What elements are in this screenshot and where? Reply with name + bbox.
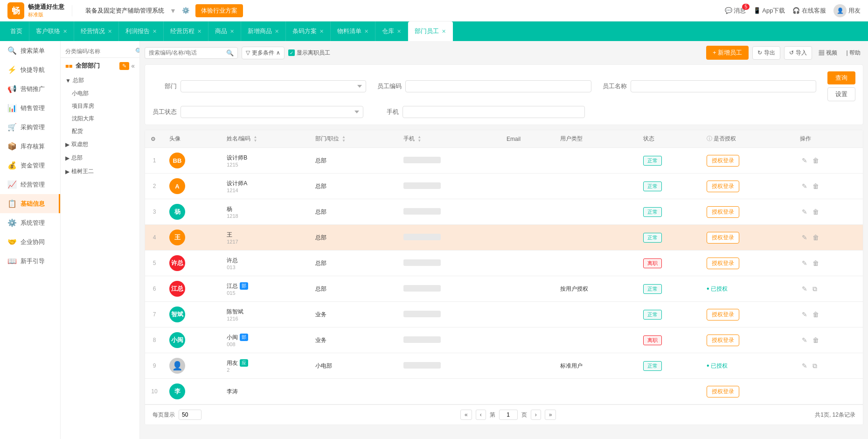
prev-page-btn[interactable]: ‹ <box>476 410 486 420</box>
delete-btn[interactable]: 🗑 <box>811 233 821 242</box>
user-avatar[interactable]: 👤 用友 <box>833 4 861 17</box>
tab-operation[interactable]: 经营情况 ✕ <box>74 21 119 41</box>
filter-empcode-input[interactable] <box>405 80 591 92</box>
dept-child-xiaodianbу[interactable]: 小电部 <box>61 87 139 100</box>
edit-btn[interactable]: ✎ <box>800 258 809 268</box>
edit-btn[interactable]: ✎ <box>800 156 809 165</box>
auth-btn[interactable]: 授权登录 <box>707 206 739 218</box>
edit-btn[interactable]: ✎ <box>800 207 809 216</box>
tab-goods[interactable]: 商品 ✕ <box>208 21 241 41</box>
sidebar-item-basics[interactable]: 📋 基础信息 <box>0 194 60 213</box>
dept-child-xiangmu[interactable]: 项目库房 <box>61 100 139 112</box>
edit-btn[interactable]: ✎ <box>800 310 809 319</box>
search-icon[interactable]: 🔍 <box>226 49 234 56</box>
next-page-btn[interactable]: › <box>531 410 541 420</box>
close-icon[interactable]: ✕ <box>230 28 234 35</box>
tab-profit[interactable]: 利润报告 ✕ <box>119 21 164 41</box>
dept-search-input[interactable] <box>65 48 135 55</box>
close-icon[interactable]: ✕ <box>364 28 368 35</box>
close-icon[interactable]: ✕ <box>319 28 324 35</box>
first-page-btn[interactable]: « <box>460 410 472 420</box>
sidebar-item-nav[interactable]: ⚡ 快捷导航 <box>0 60 60 79</box>
search-input[interactable] <box>149 49 223 56</box>
settings-icon[interactable]: ⚙️ <box>180 5 192 16</box>
last-page-btn[interactable]: » <box>545 410 556 420</box>
sidebar-item-operation[interactable]: 📈 经营管理 <box>0 175 60 194</box>
sidebar-item-search[interactable]: 🔍 搜索菜单 <box>0 41 60 60</box>
more-filter-btn[interactable]: ▽ 更多条件 ∧ <box>242 47 285 59</box>
message-btn[interactable]: 💬 消息 5 <box>725 7 746 15</box>
sidebar-item-inventory[interactable]: 📦 库存核算 <box>0 137 60 156</box>
edit-btn[interactable]: ✎ <box>800 361 809 370</box>
tab-customer[interactable]: 客户联络 ✕ <box>29 21 74 41</box>
import-btn[interactable]: ↺ 导入 <box>784 46 812 60</box>
sidebar-item-collab[interactable]: 🤝 企业协同 <box>0 232 60 251</box>
sort-name-icon[interactable]: ▲▼ <box>254 135 257 143</box>
edit-btn[interactable]: ✎ <box>800 233 809 242</box>
app-download-btn[interactable]: 📱 App下载 <box>753 7 785 15</box>
sort-dept-icon[interactable]: ▲▼ <box>342 135 346 143</box>
dept-all-header[interactable]: ■■ 全部部门 ✎ « <box>61 58 139 74</box>
close-icon[interactable]: ✕ <box>197 28 201 35</box>
delete-btn[interactable]: 🗑 <box>811 181 821 191</box>
sidebar-item-marketing[interactable]: 📢 营销推广 <box>0 79 60 98</box>
dept-child-peihuo[interactable]: 配货 <box>61 125 139 138</box>
copy-btn[interactable]: ⧉ <box>811 284 819 294</box>
delete-btn[interactable]: 🗑 <box>811 156 821 165</box>
query-btn[interactable]: 查询 <box>827 71 855 84</box>
tab-add-goods[interactable]: 新增商品 ✕ <box>241 21 286 41</box>
reset-btn[interactable]: 设置 <box>827 87 855 101</box>
close-icon[interactable]: ✕ <box>153 28 157 35</box>
per-page-select[interactable]: 50 100 <box>179 410 201 420</box>
dept-child-shenyang[interactable]: 沈阳大库 <box>61 112 139 125</box>
delete-btn[interactable]: 🗑 <box>811 207 821 216</box>
delete-btn[interactable]: 🗑 <box>811 310 821 319</box>
tab-dept-staff[interactable]: 部门员工 ✕ <box>408 21 453 41</box>
sidebar-item-guide[interactable]: 📖 新手引导 <box>0 251 60 271</box>
view-btn[interactable]: ▦ 视频 <box>816 47 840 59</box>
dept-group-toggle-zhishu[interactable]: ▶ 植树王二 <box>61 165 139 178</box>
page-input[interactable] <box>499 410 518 420</box>
auth-btn[interactable]: 授权登录 <box>707 155 739 167</box>
auth-btn[interactable]: 授权登录 <box>707 386 739 397</box>
show-resigned-toggle[interactable]: ✓ 显示离职员工 <box>288 49 330 57</box>
filter-status-select[interactable] <box>181 106 363 118</box>
close-icon[interactable]: ✕ <box>275 28 279 35</box>
sidebar-item-finance[interactable]: 💰 资金管理 <box>0 156 60 175</box>
copy-btn[interactable]: ⧉ <box>811 361 819 371</box>
dept-group-toggle-zongbu[interactable]: ▼ 总部 <box>61 74 139 87</box>
delete-btn[interactable]: 🗑 <box>811 335 821 345</box>
online-service-btn[interactable]: 🎧 在线客服 <box>792 7 826 15</box>
edit-btn[interactable]: ✎ <box>800 284 809 293</box>
help-btn[interactable]: | 帮助 <box>844 47 863 59</box>
auth-btn[interactable]: 授权登录 <box>707 258 739 269</box>
close-icon[interactable]: ✕ <box>397 28 401 35</box>
tab-warehouse[interactable]: 仓库 ✕ <box>375 21 408 41</box>
sidebar-item-purchase[interactable]: 🛒 采购管理 <box>0 118 60 137</box>
close-icon[interactable]: ✕ <box>108 28 112 35</box>
add-dept-btn[interactable]: ✎ <box>119 62 129 70</box>
dept-group-toggle-zongbu2[interactable]: ▶ 总部 <box>61 151 139 165</box>
sort-phone-icon[interactable]: ▲▼ <box>417 135 421 143</box>
auth-btn[interactable]: 授权登录 <box>707 181 739 192</box>
dropdown-btn[interactable]: ▼ <box>170 7 176 14</box>
close-icon[interactable]: ✕ <box>63 28 67 35</box>
tab-bom[interactable]: 物料清单 ✕ <box>331 21 375 41</box>
collapse-dept-btn[interactable]: « <box>131 62 135 70</box>
filter-dept-select[interactable] <box>181 80 366 92</box>
sidebar-item-sales[interactable]: 📊 销售管理 <box>0 98 60 118</box>
auth-btn[interactable]: 授权登录 <box>707 334 739 346</box>
sidebar-item-system[interactable]: ⚙️ 系统管理 <box>0 213 60 232</box>
settings-icon[interactable]: ⚙ <box>151 136 156 142</box>
close-icon-active[interactable]: ✕ <box>442 28 446 35</box>
trial-button[interactable]: 体验行业方案 <box>195 4 243 17</box>
tab-barcode[interactable]: 条码方案 ✕ <box>286 21 331 41</box>
add-employee-btn[interactable]: + 新增员工 <box>706 46 749 60</box>
edit-btn[interactable]: ✎ <box>800 335 809 345</box>
tab-home[interactable]: 首页 <box>4 21 29 41</box>
dept-search-icon[interactable]: 🔍 <box>135 48 140 55</box>
export-btn[interactable]: ↻ 导出 <box>752 46 780 60</box>
auth-btn[interactable]: 授权登录 <box>707 232 739 244</box>
delete-btn[interactable]: 🗑 <box>811 258 821 268</box>
edit-btn[interactable]: ✎ <box>800 181 809 191</box>
